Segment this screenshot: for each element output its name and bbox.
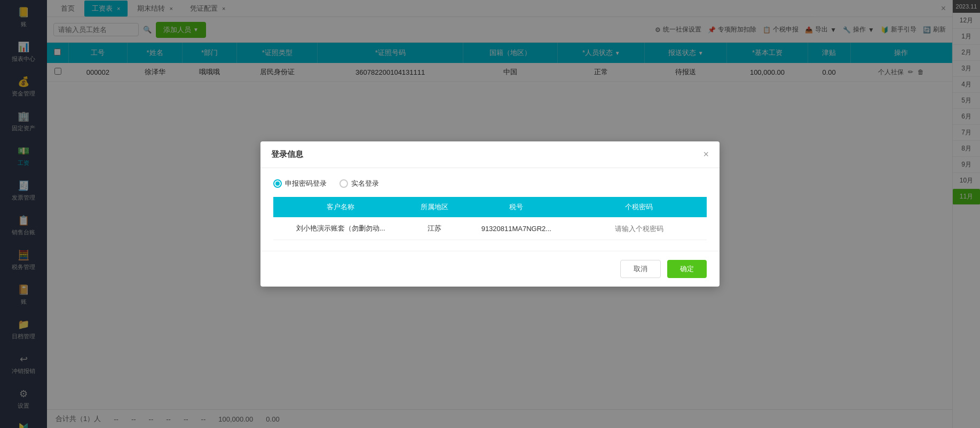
cell-tax-no: 91320811MA7NGR2...: [462, 217, 572, 240]
col-tax-no: 税号: [462, 197, 572, 217]
dialog-overlay: 登录信息 × 申报密码登录 实名登录 客户名称 所属地区: [0, 0, 980, 428]
dialog-close-button[interactable]: ×: [703, 149, 709, 160]
col-client-name: 客户名称: [273, 197, 408, 217]
cell-client-name: 刘小艳演示账套（勿删勿动...: [273, 217, 408, 240]
confirm-button[interactable]: 确定: [667, 260, 707, 278]
dialog-body: 申报密码登录 实名登录 客户名称 所属地区 税号 个税密码: [260, 168, 720, 251]
cell-region: 江苏: [408, 217, 461, 240]
login-table-row: 刘小艳演示账套（勿删勿动... 江苏 91320811MA7NGR2...: [273, 217, 707, 240]
radio-password-label: 申报密码登录: [285, 179, 327, 188]
radio-option-realname[interactable]: 实名登录: [339, 179, 379, 188]
radio-realname-circle: [339, 179, 348, 188]
login-dialog: 登录信息 × 申报密码登录 实名登录 客户名称 所属地区: [260, 141, 720, 287]
cancel-button[interactable]: 取消: [620, 260, 661, 278]
radio-option-password[interactable]: 申报密码登录: [273, 179, 327, 188]
password-input[interactable]: [578, 225, 700, 233]
dialog-title: 登录信息: [271, 149, 303, 160]
radio-group: 申报密码登录 实名登录: [273, 179, 707, 188]
radio-password-circle: [273, 179, 282, 188]
dialog-footer: 取消 确定: [260, 251, 720, 287]
radio-realname-label: 实名登录: [351, 179, 379, 188]
col-tax-password: 个税密码: [571, 197, 707, 217]
col-region: 所属地区: [408, 197, 461, 217]
login-info-table: 客户名称 所属地区 税号 个税密码 刘小艳演示账套（勿删勿动... 江苏 913…: [273, 197, 707, 240]
dialog-header: 登录信息 ×: [260, 141, 720, 168]
cell-password[interactable]: [571, 217, 707, 240]
